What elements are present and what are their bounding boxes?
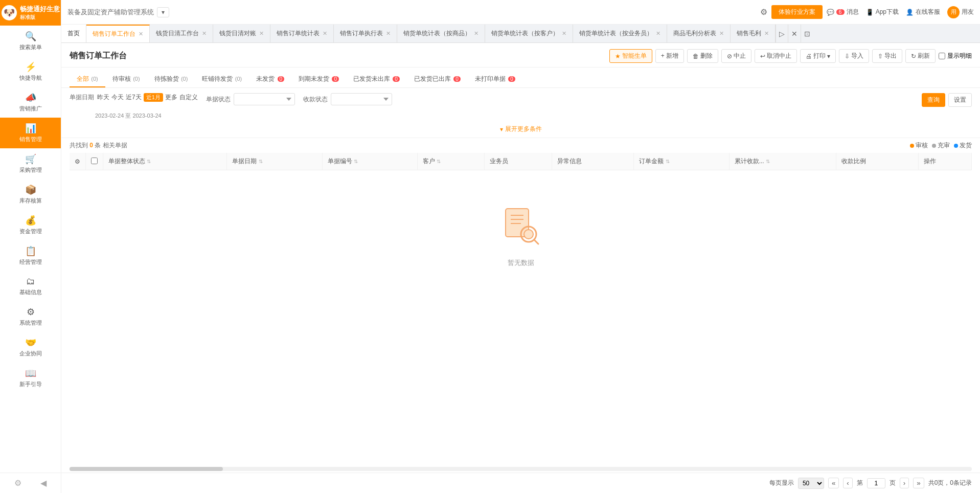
show-detail-label[interactable]: 显示明细 [939,52,972,60]
sort-collected-icon[interactable]: ⇅ [766,159,770,164]
system-dropdown[interactable]: ▾ [157,7,169,17]
subtab-wangpu-ship[interactable]: 旺铺待发货 (0) [195,72,249,87]
print-btn[interactable]: 🖨 打印 ▾ [800,49,836,63]
next-page-btn[interactable]: › [900,478,909,488]
ship-quick-btn[interactable]: 发货 [954,141,972,150]
tab-sales-order-exec-close[interactable]: ✕ [386,30,391,37]
tab-sales-profit-close[interactable]: ✕ [764,30,769,37]
tab-close-all-btn[interactable]: ✕ [788,25,801,43]
tab-stats-product[interactable]: 销货单统计表（按商品） ✕ [397,25,485,43]
system-icon: ⚙ [27,306,35,318]
tab-sales-order-stats-close[interactable]: ✕ [323,30,327,37]
tab-stats-customer-close[interactable]: ✕ [562,30,566,37]
sidebar-item-basic[interactable]: 🗂 基础信息 [0,271,61,301]
message-item[interactable]: 💬 6 消息 [827,8,859,16]
tab-cash-daily-close[interactable]: ✕ [202,30,207,37]
cancel-review-dot [932,144,936,148]
industry-btn[interactable]: 体验行业方案 [771,5,823,19]
last-page-btn[interactable]: » [913,478,924,488]
tab-stats-product-close[interactable]: ✕ [474,30,478,37]
tab-cash-daily[interactable]: 钱货日清工作台 ✕ [150,25,213,43]
tab-cash-reconcile[interactable]: 钱货日清对账 ✕ [213,25,270,43]
tab-sales-close[interactable]: ✕ [139,31,143,37]
subtab-overdue-unship[interactable]: 到期未发货 0 [291,72,346,87]
stop-btn[interactable]: ⊘ 中止 [721,49,751,63]
tab-expand-btn[interactable]: ⊡ [801,25,813,43]
tab-sales-profit[interactable]: 销售毛利 ✕ [731,25,776,43]
delete-icon: 🗑 [693,53,699,60]
tab-stats-staff-close[interactable]: ✕ [656,30,660,37]
sidebar-settings-icon[interactable]: ⚙ [14,478,21,488]
subtab-shipped-not-out[interactable]: 已发货未出库 0 [346,72,407,87]
tab-sales-order-stats[interactable]: 销售订单统计表 ✕ [270,25,334,43]
sidebar-item-enterprise[interactable]: 🤝 企业协同 [0,332,61,363]
tab-sales-order-workbench[interactable]: 销售订单工作台 ✕ [86,25,150,43]
tab-goods-margin[interactable]: 商品毛利分析表 ✕ [667,25,731,43]
sidebar-item-quick-nav[interactable]: ⚡ 快捷导航 [0,56,61,87]
delete-btn[interactable]: 🗑 删除 [687,49,718,63]
first-page-btn[interactable]: « [828,478,839,488]
cancel-review-quick-btn[interactable]: 充审 [932,141,950,150]
select-all-checkbox[interactable] [91,158,98,164]
sidebar-item-sales[interactable]: 📊 销售管理 [0,118,61,148]
review-quick-btn[interactable]: 审核 [910,141,928,150]
sidebar-item-operation[interactable]: 📋 经营管理 [0,240,61,271]
date-opt-7days[interactable]: 近7天 [126,93,142,102]
subtab-pending-review[interactable]: 待审核 (0) [105,72,147,87]
tab-stats-staff[interactable]: 销货单统计表（按业务员） ✕ [573,25,667,43]
sort-number-icon[interactable]: ⇅ [354,159,358,164]
tab-more-btn[interactable]: ▷ [776,25,788,43]
sidebar-item-system[interactable]: ⚙ 系统管理 [0,301,61,332]
user-item[interactable]: 用 用友 [947,6,974,18]
sort-amount-icon[interactable]: ⇅ [666,159,670,164]
query-btn[interactable]: 查询 [922,93,945,107]
refresh-btn[interactable]: ↻ 刷新 [905,49,936,63]
sidebar-item-search[interactable]: 🔍 搜索菜单 [0,26,61,56]
date-opt-today[interactable]: 今天 [111,93,124,102]
status-select[interactable] [234,93,295,105]
subtab-shipped-out[interactable]: 已发货已出库 0 [407,72,468,87]
sidebar-item-inventory[interactable]: 📦 库存核算 [0,179,61,210]
message-icon: 💬 [827,9,834,16]
subtab-unshipped[interactable]: 未发货 0 [249,72,291,87]
topbar-gear-icon[interactable]: ⚙ [760,7,767,17]
sidebar-collapse-icon[interactable]: ◀ [40,478,47,488]
show-detail-checkbox[interactable] [939,53,945,59]
page-input[interactable] [867,478,885,488]
tab-sales-order-exec[interactable]: 销售订单执行表 ✕ [334,25,397,43]
date-opt-more[interactable]: 更多 [165,93,177,102]
subtab-pending-inspect[interactable]: 待拣验货 (0) [147,72,195,87]
export-btn[interactable]: ⇧ 导出 [872,49,902,63]
add-btn[interactable]: + 新增 [655,49,684,63]
tab-goods-margin-close[interactable]: ✕ [719,30,724,37]
smart-create-btn[interactable]: ★ 智能生单 [609,49,652,63]
date-opt-custom[interactable]: 自定义 [179,93,198,102]
date-opt-1month[interactable]: 近1月 [144,93,163,102]
expand-btn[interactable]: ▾ 展开更多条件 [500,125,542,133]
sidebar-item-finance[interactable]: 💰 资金管理 [0,210,61,240]
subtab-unprinted[interactable]: 未打印单据 0 [468,72,522,87]
sort-status-icon[interactable]: ⇅ [147,159,151,164]
cancel-stop-btn[interactable]: ↩ 取消中止 [755,49,797,63]
guide-icon: 📖 [25,368,36,379]
sidebar-item-marketing[interactable]: 📣 营销推广 [0,87,61,118]
scroll-bar-thumb[interactable] [70,467,223,471]
tab-stats-customer[interactable]: 销货单统计表（按客户） ✕ [485,25,573,43]
import-btn[interactable]: ⇩ 导入 [839,49,869,63]
prev-page-btn[interactable]: ‹ [843,478,852,488]
sidebar-item-purchase[interactable]: 🛒 采购管理 [0,148,61,179]
tab-cash-reconcile-close[interactable]: ✕ [259,30,264,37]
page-size-select[interactable]: 10 20 50 100 [798,478,824,489]
payment-select[interactable] [331,93,392,105]
filter-settings-btn[interactable]: 设置 [948,93,972,107]
sort-customer-icon[interactable]: ⇅ [437,159,441,164]
settings-icon[interactable]: ⚙ [75,158,80,165]
sort-date-icon[interactable]: ⇅ [259,159,263,164]
online-service-item[interactable]: 👤 在线客服 [906,8,940,16]
app-download-item[interactable]: 📱 App下载 [866,8,899,16]
sidebar-item-guide[interactable]: 📖 新手引导 [0,363,61,393]
date-opt-yesterday[interactable]: 昨天 [97,93,109,102]
subtab-all[interactable]: 全部 (0) [70,72,105,87]
tab-goods-margin-label: 商品毛利分析表 [673,29,716,38]
tab-home[interactable]: 首页 [61,25,86,43]
